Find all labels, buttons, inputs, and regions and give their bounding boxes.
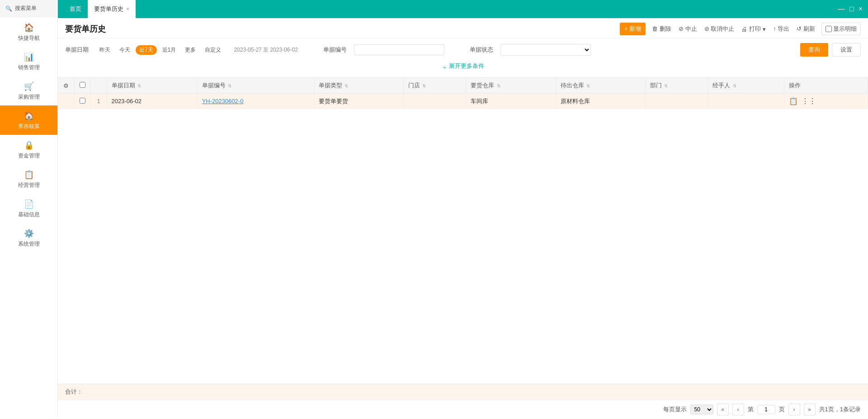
th-settings[interactable]: ⚙ — [58, 78, 74, 94]
add-button[interactable]: + 新增 — [620, 23, 646, 35]
th-store[interactable]: 门店 ⇅ — [403, 78, 466, 94]
th-department[interactable]: 部门 ⇅ — [645, 78, 708, 94]
sidebar-item-label: 快捷导航 — [18, 34, 40, 42]
tab-close-icon[interactable]: × — [126, 6, 129, 12]
inventory-icon: 🏠 — [24, 111, 34, 121]
sidebar-item-finance[interactable]: 🔒 资金管理 — [0, 135, 57, 164]
settings-button[interactable]: 设置 — [832, 43, 861, 57]
display-detail-checkbox[interactable] — [826, 26, 832, 32]
print-button[interactable]: 🖨 打印 ▾ — [741, 23, 767, 35]
window-close-icon[interactable]: × — [859, 5, 863, 13]
sidebar-item-system[interactable]: ⚙️ 系统管理 — [0, 223, 57, 252]
status-filter-select[interactable] — [500, 44, 591, 56]
cancel-stop-button[interactable]: ⊘ 取消中止 — [703, 23, 736, 35]
date-filter-label: 单据日期 — [65, 46, 89, 54]
th-action: 操作 — [784, 78, 868, 94]
data-table: ⚙ 单据日期 ⇅ 单据编号 ⇅ — [58, 78, 868, 109]
th-date-label: 单据日期 — [112, 82, 135, 89]
sort-req-warehouse-icon: ⇅ — [497, 83, 500, 88]
sidebar-search-label: 搜索菜单 — [15, 5, 37, 12]
order-no-link[interactable]: YH-20230602-0 — [202, 98, 244, 105]
sort-handler-icon: ⇅ — [733, 83, 736, 88]
tab-home[interactable]: 首页 — [63, 0, 88, 18]
export-button[interactable]: ↑ 导出 — [772, 23, 790, 35]
refresh-button[interactable]: ↺ 刷新 — [796, 23, 816, 35]
query-button[interactable]: 查询 — [800, 43, 828, 57]
window-minimize-icon[interactable]: — — [838, 5, 845, 13]
date-filter-buttons: 昨天 今天 近7天 近1月 更多 自定义 — [96, 45, 225, 55]
sidebar-item-purchase[interactable]: 🛒 采购管理 — [0, 76, 57, 105]
sidebar-item-label: 资金管理 — [18, 152, 40, 160]
prev-page-button[interactable]: ‹ — [732, 404, 744, 415]
date-btn-more[interactable]: 更多 — [181, 45, 199, 55]
window-maximize-icon[interactable]: □ — [849, 5, 854, 13]
select-all-checkbox[interactable] — [80, 82, 85, 88]
sidebar-search[interactable]: 🔍 搜索菜单 — [0, 0, 57, 17]
chart-icon: 📊 — [24, 52, 34, 62]
page-prefix-label: 第 — [748, 405, 754, 414]
display-detail-label: 显示明细 — [833, 25, 857, 33]
last-page-button[interactable]: » — [804, 404, 816, 415]
date-btn-7days[interactable]: 近7天 — [136, 45, 157, 55]
delete-button[interactable]: 🗑 删除 — [651, 23, 672, 35]
lock-icon: 🔒 — [24, 140, 34, 150]
first-page-button[interactable]: « — [717, 404, 729, 415]
th-date[interactable]: 单据日期 ⇅ — [107, 78, 197, 94]
td-action: 📋 ⋮⋮ — [784, 94, 868, 109]
td-handler — [708, 94, 784, 109]
per-page-label: 每页显示 — [663, 405, 687, 414]
next-page-button[interactable]: › — [788, 404, 800, 415]
td-checkbox[interactable] — [74, 94, 90, 109]
tab-home-label: 首页 — [70, 5, 81, 13]
sidebar-item-sales[interactable]: 📊 销售管理 — [0, 47, 57, 76]
date-btn-yesterday[interactable]: 昨天 — [96, 45, 114, 55]
expand-filter-button[interactable]: ⌄ 展开更多条件 — [442, 60, 484, 74]
td-pending-warehouse: 原材料仓库 — [556, 94, 645, 109]
sidebar-item-inventory[interactable]: 🏠 库存核算 — [0, 105, 57, 135]
sidebar-item-label: 采购管理 — [18, 93, 40, 101]
table-header: ⚙ 单据日期 ⇅ 单据编号 ⇅ — [58, 78, 868, 94]
content-area: 要货单历史 + 新增 🗑 删除 ⊘ 中止 ⊘ 取消中止 🖨 打印 ▾ ↑ 导出 … — [58, 18, 868, 419]
display-detail-button[interactable]: 显示明细 — [821, 23, 861, 35]
date-btn-custom[interactable]: 自定义 — [201, 45, 225, 55]
sidebar: 🔍 搜索菜单 🏠 快捷导航 📊 销售管理 🛒 采购管理 🏠 库存核算 🔒 资金管… — [0, 0, 58, 419]
td-type: 要货单要货 — [314, 94, 403, 109]
filter-expand-row: ⌄ 展开更多条件 — [65, 60, 861, 74]
filter-row-1: 单据日期 昨天 今天 近7天 近1月 更多 自定义 2023-05-27 至 2… — [65, 43, 861, 57]
th-handler[interactable]: 经手人 ⇅ — [708, 78, 784, 94]
search-icon: 🔍 — [5, 5, 12, 12]
th-pending-warehouse[interactable]: 待出仓库 ⇅ — [556, 78, 645, 94]
th-num — [90, 78, 107, 94]
expand-filter-label: 展开更多条件 — [449, 62, 484, 70]
sort-pending-warehouse-icon: ⇅ — [586, 83, 590, 88]
print-dropdown-icon[interactable]: ▾ — [763, 26, 766, 33]
sidebar-item-operations[interactable]: 📋 经营管理 — [0, 164, 57, 194]
th-order-no[interactable]: 单据编号 ⇅ — [197, 78, 314, 94]
th-req-warehouse-label: 要货仓库 — [471, 82, 494, 89]
row-checkbox[interactable] — [80, 98, 85, 104]
print-label: 打印 — [749, 25, 761, 33]
stop-button[interactable]: ⊘ 中止 — [678, 23, 698, 35]
sidebar-item-shortcut[interactable]: 🏠 快捷导航 — [0, 17, 57, 47]
date-btn-1month[interactable]: 近1月 — [159, 45, 180, 55]
sort-date-icon: ⇅ — [137, 83, 141, 88]
page-number-input[interactable] — [757, 405, 775, 414]
th-type[interactable]: 单据类型 ⇅ — [314, 78, 403, 94]
basic-icon: 📄 — [24, 199, 34, 209]
per-page-select[interactable]: 50 10 20 100 — [690, 405, 713, 414]
page-suffix-label: 页 — [779, 405, 785, 414]
pagination: 每页显示 50 10 20 100 « ‹ 第 页 › » 共1页，1条记录 — [58, 400, 868, 419]
td-row-settings — [58, 94, 74, 109]
tab-active[interactable]: 要货单历史 × — [88, 0, 136, 18]
gear-icon: ⚙️ — [24, 229, 34, 238]
th-handler-label: 经手人 — [712, 82, 730, 89]
order-no-input[interactable] — [354, 44, 444, 55]
filter-area: 单据日期 昨天 今天 近7天 近1月 更多 自定义 2023-05-27 至 2… — [58, 38, 868, 77]
more-action-icon[interactable]: ⋮⋮ — [802, 97, 816, 105]
date-btn-today[interactable]: 今天 — [116, 45, 134, 55]
edit-action-icon[interactable]: 📋 — [789, 97, 798, 105]
sidebar-item-basic[interactable]: 📄 基础信息 — [0, 194, 57, 223]
sidebar-item-label: 销售管理 — [18, 64, 40, 71]
th-req-warehouse[interactable]: 要货仓库 ⇅ — [466, 78, 556, 94]
table-body: 1 2023-06-02 YH-20230602-0 要货单要货 — [58, 94, 868, 109]
